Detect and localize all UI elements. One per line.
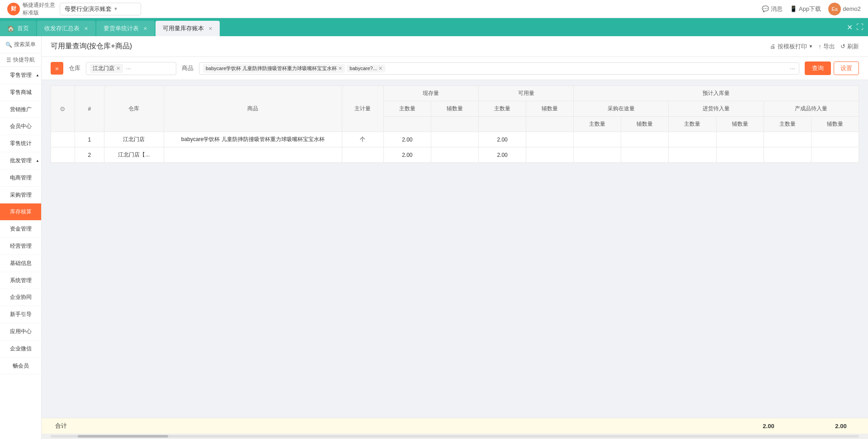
th-avail-aux-sub — [526, 117, 574, 132]
warehouse-dots[interactable]: ··· — [126, 65, 131, 72]
table-footer: 合计 2.00 2.00 — [42, 418, 868, 434]
summary-avail-main: 2.00 — [823, 423, 859, 430]
td-avail-main-1: 2.00 — [479, 132, 526, 147]
sidebar-menu: 零售管理 零售商城 营销推广 会员中心 零售统计 批发管理 电商管理 采购管理 … — [0, 67, 41, 374]
app-label: App下载 — [799, 5, 821, 13]
org-selector[interactable]: 母婴行业演示账套 ▼ — [60, 3, 141, 15]
th-prod-aux: 辅数量 — [811, 117, 859, 132]
warehouse-filter-input[interactable]: 江北门店 ✕ ··· — [86, 62, 176, 75]
sidebar-nav-label: 快捷导航 — [13, 56, 35, 64]
export-label: 导出 — [823, 42, 835, 51]
th-available: 可用量 — [479, 86, 574, 101]
content-area: 可用量查询(按仓库+商品) 🖨 按模板打印 ▼ ↑ 导出 ↺ 刷新 » — [42, 36, 868, 439]
sidebar-item-member-center[interactable]: 会员中心 — [0, 118, 41, 135]
tab-receipts[interactable]: 收发存汇总表 ✕ — [37, 21, 95, 36]
sidebar-item-newbie[interactable]: 新手引导 — [0, 306, 41, 323]
product-tag-1-close[interactable]: ✕ — [338, 66, 342, 71]
sidebar-item-operations[interactable]: 经营管理 — [0, 238, 41, 255]
td-product-1: babycare学饮杯 儿童防摔防撞吸管杯重力球吸嘴杯宝宝水杯 — [164, 132, 342, 147]
tab-order-stats-close[interactable]: ✕ — [143, 26, 147, 32]
th-avail-main: 主数量 — [479, 101, 526, 117]
product-tag-2: babycare?... ✕ — [347, 65, 385, 72]
tab-receipts-close[interactable]: ✕ — [84, 26, 88, 32]
tab-available-label: 可用量库存账本 — [163, 24, 204, 33]
td-num-2: 2 — [75, 147, 104, 163]
refresh-label: 刷新 — [847, 42, 859, 51]
th-planned-in: 预计入库量 — [574, 86, 859, 101]
tab-order-stats[interactable]: 要货单统计表 ✕ — [96, 21, 155, 36]
sidebar-item-ecommerce[interactable]: 电商管理 — [0, 170, 41, 187]
app-download-btn[interactable]: 📱 App下载 — [790, 5, 821, 13]
td-warehouse-1: 江北门店 — [104, 132, 164, 147]
th-prod-main: 主数量 — [764, 117, 811, 132]
th-incoming-aux: 辅数量 — [716, 117, 764, 132]
app-icon: 📱 — [790, 5, 797, 12]
product-filter-input[interactable]: babycare学饮杯 儿童防摔防撞吸管杯重力球吸嘴杯宝宝水杯 ✕ babyca… — [199, 62, 799, 75]
user-area[interactable]: Ea demo2 — [828, 3, 861, 15]
td-product-2 — [164, 147, 342, 163]
td-warehouse-2: 江北门店【... — [104, 147, 164, 163]
sidebar-item-vip-member[interactable]: 畅会员 — [0, 358, 41, 375]
sidebar-item-sys-mgmt[interactable]: 系统管理 — [0, 272, 41, 289]
product-tag-2-close[interactable]: ✕ — [378, 66, 382, 71]
summary-unit-placeholder — [719, 423, 750, 430]
product-filter-label: 商品 — [182, 64, 193, 72]
sidebar-item-inventory[interactable]: 库存核算 — [0, 203, 41, 221]
sidebar-item-finance[interactable]: 资金管理 — [0, 221, 41, 238]
maximize-icon[interactable]: ⛶ — [856, 23, 863, 32]
print-btn[interactable]: 🖨 按模板打印 ▼ — [770, 42, 813, 51]
tab-home[interactable]: 🏠 首页 — [0, 21, 36, 36]
column-settings-icon: ⚙ — [60, 105, 66, 113]
sidebar-item-enterprise-wechat[interactable]: 企业微信 — [0, 340, 41, 358]
sidebar-search[interactable]: 🔍 搜索菜单 — [0, 36, 41, 53]
td-incoming-aux-1 — [716, 132, 764, 147]
td-settings-1 — [51, 132, 75, 147]
sidebar-item-retail-mgmt[interactable]: 零售管理 — [0, 67, 41, 84]
sidebar-item-app-center[interactable]: 应用中心 — [0, 323, 41, 340]
th-settings[interactable]: ⚙ — [51, 86, 75, 132]
th-purchase-transit: 采购在途量 — [574, 101, 669, 117]
sidebar-item-purchase-mgmt[interactable]: 采购管理 — [0, 187, 41, 204]
settings-btn[interactable]: 设置 — [834, 61, 859, 75]
tab-available[interactable]: 可用量库存账本 ✕ — [156, 21, 220, 36]
summary-stock-aux — [787, 423, 823, 430]
product-tag-1-text: babycare学饮杯 儿童防摔防撞吸管杯重力球吸嘴杯宝宝水杯 — [206, 65, 337, 72]
warehouse-tag: 江北门店 ✕ — [90, 64, 123, 73]
query-btn[interactable]: 查询 — [805, 61, 831, 75]
scrollbar-thumb[interactable] — [78, 435, 168, 438]
sidebar-quick-nav[interactable]: ☰ 快捷导航 — [0, 53, 41, 67]
product-dots[interactable]: ··· — [790, 65, 795, 72]
sidebar-item-retail-stats[interactable]: 零售统计 — [0, 135, 41, 152]
refresh-btn[interactable]: ↺ 刷新 — [840, 42, 859, 51]
messages-btn[interactable]: 💬 消息 — [762, 5, 783, 13]
td-num-1: 1 — [75, 132, 104, 147]
warehouse-filter-label: 仓库 — [69, 64, 80, 72]
th-incoming-pending: 进货待入量 — [669, 101, 764, 117]
warehouse-tag-close[interactable]: ✕ — [116, 66, 120, 71]
export-btn[interactable]: ↑ 导出 — [819, 42, 835, 51]
horizontal-scrollbar[interactable] — [42, 434, 868, 439]
sidebar-item-wholesale-mgmt[interactable]: 批发管理 — [0, 152, 41, 170]
th-purchase-main: 主数量 — [574, 117, 621, 132]
tab-available-close[interactable]: ✕ — [208, 26, 212, 32]
td-prod-main-2 — [764, 147, 811, 163]
td-unit-2 — [342, 147, 383, 163]
logo-icon: 财 — [7, 3, 20, 15]
sidebar-item-enterprise[interactable]: 企业协同 — [0, 289, 41, 306]
table-row: 1 江北门店 babycare学饮杯 儿童防摔防撞吸管杯重力球吸嘴杯宝宝水杯 个… — [51, 132, 859, 147]
th-current-stock: 现存量 — [383, 86, 478, 101]
th-main-unit: 主计量 — [342, 86, 383, 132]
filter-area: » 仓库 江北门店 ✕ ··· 商品 babycare学饮杯 儿童防摔防撞吸管杯… — [42, 57, 868, 80]
sidebar-item-basic-info[interactable]: 基础信息 — [0, 255, 41, 272]
print-label: 按模板打印 — [778, 42, 807, 51]
th-stock-aux-sub — [431, 117, 478, 132]
filter-toggle-btn[interactable]: » — [51, 62, 63, 75]
summary-stock-main: 2.00 — [750, 423, 787, 430]
top-bar: 财 畅捷通好生意 标准版 母婴行业演示账套 ▼ 💬 消息 📱 App下载 Ea … — [0, 0, 868, 18]
avatar: Ea — [828, 3, 841, 15]
th-stock-aux: 辅数量 — [431, 101, 478, 117]
top-bar-right: 💬 消息 📱 App下载 Ea demo2 — [762, 3, 861, 15]
sidebar-item-marketing[interactable]: 营销推广 — [0, 101, 41, 118]
sidebar-item-retail-mall[interactable]: 零售商城 — [0, 84, 41, 101]
close-window-icon[interactable]: ✕ — [847, 23, 853, 32]
